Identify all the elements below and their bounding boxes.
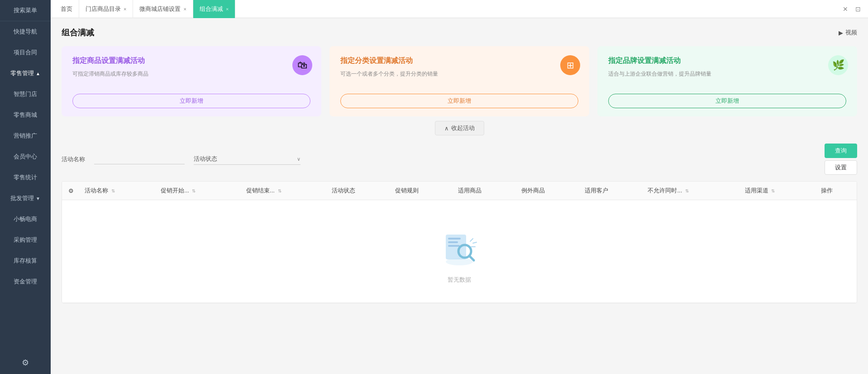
sidebar-item-inventory-calc[interactable]: 库存核算: [0, 250, 51, 271]
sort-applicable-channel: ⇅: [771, 188, 775, 193]
video-link[interactable]: ▶ 视频: [839, 29, 857, 37]
tab-store-catalog-close[interactable]: ×: [124, 6, 126, 12]
sidebar-item-fund-mgmt[interactable]: 资金管理: [0, 271, 51, 292]
product-card-icon: 🛍: [292, 55, 312, 75]
main-area: 首页 门店商品目录 × 微商城店铺设置 × 组合满减 × ✕ ⊡ 组合满减 ▶ …: [51, 0, 868, 374]
collapse-bar: ∧ 收起活动: [62, 121, 857, 135]
tab-combo-discount-close[interactable]: ×: [226, 6, 229, 12]
cards-row: 🛍 指定商品设置满减活动 可指定滞销商品或库存较多商品 立即新增 ⊞ 指定分类设…: [62, 46, 857, 116]
collapse-icon: ∧: [444, 125, 449, 132]
activity-name-label: 活动名称: [62, 155, 85, 163]
th-promo-rule: 促销规则: [391, 182, 454, 200]
sidebar-item-retail-management[interactable]: 零售管理 ▲: [0, 63, 51, 84]
svg-line-8: [473, 242, 477, 243]
sidebar-item-project-contract[interactable]: 项目合同: [0, 42, 51, 63]
th-activity-name[interactable]: 活动名称 ⇅: [80, 182, 156, 200]
svg-line-7: [470, 239, 473, 241]
category-card-desc: 可选一个或者多个分类，提升分类的销量: [340, 70, 578, 85]
product-card-desc: 可指定滞销商品或库存较多商品: [72, 70, 310, 85]
tab-bar: 首页 门店商品目录 × 微商城店铺设置 × 组合满减 × ✕ ⊡: [51, 0, 868, 18]
svg-rect-4: [448, 245, 460, 247]
window-controls: ✕ ⊡: [841, 4, 864, 14]
tab-combo-discount[interactable]: 组合满减 ×: [193, 0, 235, 18]
sidebar-item-retail-mall[interactable]: 零售商城: [0, 105, 51, 125]
table-head: ⚙ 活动名称 ⇅ 促销开始... ⇅ 促销结束... ⇅: [62, 182, 857, 200]
sidebar-item-quick-nav[interactable]: 快捷导航: [0, 21, 51, 42]
empty-state-row: 暂无数据: [62, 200, 857, 303]
th-not-allow-same[interactable]: 不允许同时... ⇅: [643, 182, 740, 200]
brand-card-icon: 🌿: [828, 55, 848, 75]
product-card-title: 指定商品设置满减活动: [72, 56, 310, 66]
tab-wechat-store-close[interactable]: ×: [183, 6, 186, 12]
activity-status-wrapper[interactable]: 活动状态 ∨: [194, 153, 300, 165]
th-activity-status: 活动状态: [327, 182, 391, 200]
sort-promo-end: ⇅: [278, 188, 281, 193]
sidebar-settings[interactable]: ⚙: [0, 351, 51, 374]
sort-activity-name: ⇅: [111, 188, 115, 193]
activity-name-input[interactable]: [94, 154, 185, 164]
sidebar-item-wholesale-mgmt[interactable]: 批发管理 ▼: [0, 188, 51, 209]
category-card-icon: ⊞: [560, 55, 580, 75]
th-applicable-customer: 适用客户: [580, 182, 644, 200]
activity-status-label: 活动状态: [194, 155, 217, 163]
retail-management-arrow: ▲: [36, 71, 40, 76]
page-content: 组合满减 ▶ 视频 🛍 指定商品设置满减活动 可指定滞销商品或库存较多商品 立即…: [51, 18, 868, 374]
table-header-row: ⚙ 活动名称 ⇅ 促销开始... ⇅ 促销结束... ⇅: [62, 182, 857, 200]
product-card: 🛍 指定商品设置满减活动 可指定滞销商品或库存较多商品 立即新增: [62, 46, 321, 116]
th-promo-end[interactable]: 促销结束... ⇅: [242, 182, 327, 200]
th-gear[interactable]: ⚙: [62, 182, 80, 200]
wholesale-mgmt-arrow: ▼: [36, 196, 40, 201]
product-card-btn[interactable]: 立即新增: [72, 94, 310, 108]
gear-settings-icon: ⚙: [68, 187, 74, 194]
empty-state: 暂无数据: [67, 205, 852, 297]
brand-card-btn[interactable]: 立即新增: [608, 94, 846, 108]
th-action: 操作: [816, 182, 857, 200]
svg-rect-3: [448, 241, 458, 243]
sort-not-allow-same: ⇅: [685, 188, 689, 193]
brand-card-desc: 适合与上游企业联合做营销，提升品牌销量: [608, 70, 846, 85]
sidebar-item-purchase-mgmt[interactable]: 采购管理: [0, 230, 51, 250]
th-applicable-channel[interactable]: 适用渠道 ⇅: [740, 182, 816, 200]
brand-card-title: 指定品牌设置满减活动: [608, 56, 846, 66]
filter-row: 活动名称 活动状态 ∨ 查询 设置: [62, 144, 857, 175]
window-maximize-btn[interactable]: ⊡: [854, 4, 863, 14]
sort-promo-start: ⇅: [192, 188, 196, 193]
settings-gear-icon: ⚙: [22, 358, 29, 367]
tab-wechat-store-settings[interactable]: 微商城店铺设置 ×: [133, 0, 193, 18]
category-card-title: 指定分类设置满减活动: [340, 56, 578, 66]
th-applicable-goods: 适用商品: [453, 182, 517, 200]
th-promo-start[interactable]: 促销开始... ⇅: [156, 182, 242, 200]
setting-button[interactable]: 设置: [825, 160, 857, 175]
sidebar-item-smart-store[interactable]: 智慧门店: [0, 84, 51, 105]
tab-store-catalog[interactable]: 门店商品目录 ×: [79, 0, 133, 18]
empty-state-cell: 暂无数据: [62, 200, 857, 303]
th-exception-goods: 例外商品: [517, 182, 580, 200]
category-card: ⊞ 指定分类设置满减活动 可选一个或者多个分类，提升分类的销量 立即新增: [329, 46, 589, 116]
activity-status-arrow: ∨: [297, 156, 300, 162]
data-table: ⚙ 活动名称 ⇅ 促销开始... ⇅ 促销结束... ⇅: [62, 182, 857, 303]
tab-home[interactable]: 首页: [54, 0, 79, 18]
sidebar-item-member-center[interactable]: 会员中心: [0, 146, 51, 167]
sidebar-item-xiaochangec[interactable]: 小畅电商: [0, 209, 51, 230]
brand-card: 🌿 指定品牌设置满减活动 适合与上游企业联合做营销，提升品牌销量 立即新增: [597, 46, 857, 116]
category-card-btn[interactable]: 立即新增: [340, 94, 578, 108]
video-play-icon: ▶: [839, 29, 843, 36]
table-wrapper: ⚙ 活动名称 ⇅ 促销开始... ⇅ 促销结束... ⇅: [62, 181, 857, 303]
sidebar: 搜索菜单 快捷导航 项目合同 零售管理 ▲ 智慧门店 零售商城 营销推广 会员中…: [0, 0, 51, 374]
collapse-label: 收起活动: [451, 124, 475, 132]
sidebar-item-retail-stats[interactable]: 零售统计: [0, 167, 51, 188]
empty-text: 暂无数据: [448, 276, 471, 284]
collapse-btn[interactable]: ∧ 收起活动: [435, 121, 484, 135]
empty-state-illustration: [437, 228, 482, 269]
svg-rect-2: [448, 238, 461, 240]
table-body: 暂无数据: [62, 200, 857, 303]
page-header: 组合满减 ▶ 视频: [62, 27, 857, 38]
query-button[interactable]: 查询: [825, 144, 857, 158]
window-close-btn[interactable]: ✕: [841, 4, 850, 14]
page-title: 组合满减: [62, 27, 94, 38]
filter-buttons: 查询 设置: [825, 144, 857, 175]
sidebar-item-marketing[interactable]: 营销推广: [0, 125, 51, 146]
sidebar-search[interactable]: 搜索菜单: [0, 0, 51, 21]
